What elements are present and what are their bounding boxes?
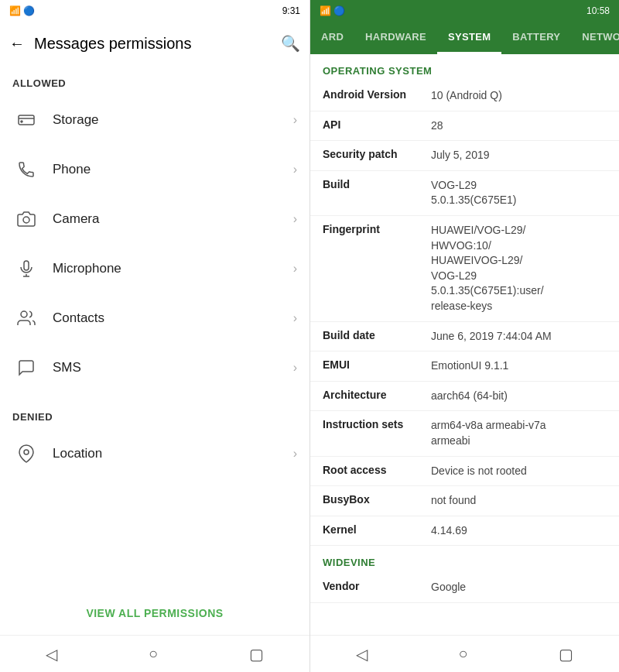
kernel-row: Kernel 4.14.69 bbox=[310, 516, 619, 547]
svg-rect-3 bbox=[24, 261, 29, 270]
api-value: 28 bbox=[431, 118, 607, 134]
right-status-icons: 📶 🔵 bbox=[320, 5, 345, 16]
contacts-chevron: › bbox=[293, 311, 297, 325]
tab-system[interactable]: SYSTEM bbox=[437, 22, 501, 54]
svg-point-2 bbox=[23, 217, 29, 223]
right-panel: 📶 🔵 10:58 ARD HARDWARE SYSTEM BATTERY NE… bbox=[310, 0, 619, 672]
build-date-row: Build date June 6, 2019 7:44:04 AM bbox=[310, 322, 619, 352]
tab-battery[interactable]: BATTERY bbox=[501, 22, 571, 54]
emui-row: EMUI EmotionUI 9.1.1 bbox=[310, 351, 619, 382]
fingerprint-row: Fingerprint HUAWEI/VOG-L29/HWVOG:10/HUAW… bbox=[310, 216, 619, 322]
storage-label: Storage bbox=[53, 112, 293, 128]
architecture-value: aarch64 (64-bit) bbox=[431, 389, 607, 404]
sms-label: SMS bbox=[53, 360, 293, 375]
busybox-label: BusyBox bbox=[323, 493, 431, 506]
root-access-label: Root access bbox=[323, 464, 431, 476]
tab-ard[interactable]: ARD bbox=[310, 22, 354, 54]
denied-section-label: DENIED bbox=[0, 399, 310, 429]
security-patch-row: Security patch July 5, 2019 bbox=[310, 141, 619, 171]
left-status-icons: 📶 🔵 bbox=[9, 5, 35, 16]
build-date-label: Build date bbox=[323, 329, 431, 341]
svg-point-7 bbox=[24, 450, 29, 454]
busybox-row: BusyBox not found bbox=[310, 486, 619, 516]
back-button[interactable]: ← bbox=[9, 35, 25, 53]
storage-permission-item[interactable]: Storage › bbox=[0, 95, 310, 145]
right-status-time: 10:58 bbox=[587, 5, 610, 16]
svg-point-6 bbox=[21, 311, 27, 317]
fingerprint-value: HUAWEI/VOG-L29/HWVOG:10/HUAWEIVOG-L29/VO… bbox=[431, 223, 607, 314]
contacts-permission-item[interactable]: Contacts › bbox=[0, 293, 310, 343]
page-title: Messages permissions bbox=[34, 35, 272, 53]
location-chevron: › bbox=[293, 447, 297, 461]
microphone-permission-item[interactable]: Microphone › bbox=[0, 244, 310, 293]
left-content-body: ALLOWED Storage › Phone › Camera › bbox=[0, 65, 310, 635]
location-permission-item[interactable]: Location › bbox=[0, 429, 310, 478]
widevine-info-table: Vendor Google bbox=[310, 573, 619, 603]
tab-hardware[interactable]: HARDWARE bbox=[354, 22, 437, 54]
camera-label: Camera bbox=[53, 211, 293, 227]
os-info-table: Android Version 10 (Android Q) API 28 Se… bbox=[310, 81, 619, 546]
architecture-label: Architecture bbox=[323, 389, 431, 401]
location-label: Location bbox=[53, 446, 293, 461]
vendor-value: Google bbox=[431, 580, 607, 595]
header-left: ← Messages permissions 🔍 bbox=[0, 22, 310, 65]
microphone-chevron: › bbox=[293, 262, 297, 276]
android-version-value: 10 (Android Q) bbox=[431, 88, 607, 104]
fingerprint-label: Fingerprint bbox=[323, 223, 431, 235]
camera-permission-item[interactable]: Camera › bbox=[0, 194, 310, 244]
vendor-label: Vendor bbox=[323, 580, 431, 592]
emui-value: EmotionUI 9.1.1 bbox=[431, 358, 607, 374]
instruction-sets-value: arm64-v8a armeabi-v7aarmeabi bbox=[431, 418, 607, 448]
phone-chevron: › bbox=[293, 163, 297, 177]
nav-back-left[interactable]: ◁ bbox=[46, 645, 57, 663]
left-status-time: 9:31 bbox=[282, 5, 300, 16]
location-icon bbox=[12, 440, 40, 468]
api-label: API bbox=[323, 118, 431, 131]
android-version-label: Android Version bbox=[323, 88, 431, 101]
kernel-value: 4.14.69 bbox=[431, 523, 607, 539]
build-value: VOG-L295.0.1.35(C675E1) bbox=[431, 178, 607, 208]
nav-bar-left: ◁ ○ ▢ bbox=[0, 635, 310, 672]
sms-icon bbox=[12, 354, 40, 382]
security-patch-value: July 5, 2019 bbox=[431, 148, 607, 163]
api-row: API 28 bbox=[310, 111, 619, 142]
kernel-label: Kernel bbox=[323, 523, 431, 536]
build-row: Build VOG-L295.0.1.35(C675E1) bbox=[310, 171, 619, 216]
nav-recents-left[interactable]: ▢ bbox=[249, 645, 264, 663]
right-content: OPERATING SYSTEM Android Version 10 (And… bbox=[310, 54, 619, 635]
microphone-icon bbox=[12, 255, 40, 283]
android-version-row: Android Version 10 (Android Q) bbox=[310, 81, 619, 111]
storage-icon bbox=[12, 106, 40, 134]
camera-icon bbox=[12, 205, 40, 233]
security-patch-label: Security patch bbox=[323, 148, 431, 160]
status-bar-right: 📶 🔵 10:58 bbox=[310, 0, 619, 22]
contacts-label: Contacts bbox=[53, 310, 293, 326]
phone-permission-item[interactable]: Phone › bbox=[0, 145, 310, 194]
instruction-sets-row: Instruction sets arm64-v8a armeabi-v7aar… bbox=[310, 411, 619, 456]
svg-point-1 bbox=[21, 121, 22, 122]
root-access-row: Root access Device is not rooted bbox=[310, 457, 619, 487]
nav-home-right[interactable]: ○ bbox=[458, 645, 467, 663]
nav-home-left[interactable]: ○ bbox=[149, 645, 158, 663]
nav-back-right[interactable]: ◁ bbox=[356, 645, 368, 663]
instruction-sets-label: Instruction sets bbox=[323, 418, 431, 430]
nav-recents-right[interactable]: ▢ bbox=[559, 645, 573, 663]
search-icon[interactable]: 🔍 bbox=[281, 34, 300, 53]
phone-icon bbox=[12, 156, 40, 183]
phone-label: Phone bbox=[53, 162, 293, 177]
camera-chevron: › bbox=[293, 212, 297, 226]
sms-chevron: › bbox=[293, 361, 297, 375]
nav-bar-right: ◁ ○ ▢ bbox=[310, 635, 619, 672]
tab-network[interactable]: NETWO bbox=[571, 22, 619, 54]
build-date-value: June 6, 2019 7:44:04 AM bbox=[431, 329, 607, 345]
architecture-row: Architecture aarch64 (64-bit) bbox=[310, 382, 619, 412]
sms-permission-item[interactable]: SMS › bbox=[0, 343, 310, 393]
microphone-label: Microphone bbox=[53, 261, 293, 276]
emui-label: EMUI bbox=[323, 358, 431, 371]
root-access-value: Device is not rooted bbox=[431, 464, 607, 479]
left-panel: 📶 🔵 9:31 ← Messages permissions 🔍 ALLOWE… bbox=[0, 0, 310, 672]
contacts-icon bbox=[12, 304, 40, 332]
view-all-permissions-btn[interactable]: VIEW ALL PERMISSIONS bbox=[0, 591, 310, 635]
allowed-section-label: ALLOWED bbox=[0, 65, 310, 95]
vendor-row: Vendor Google bbox=[310, 573, 619, 603]
